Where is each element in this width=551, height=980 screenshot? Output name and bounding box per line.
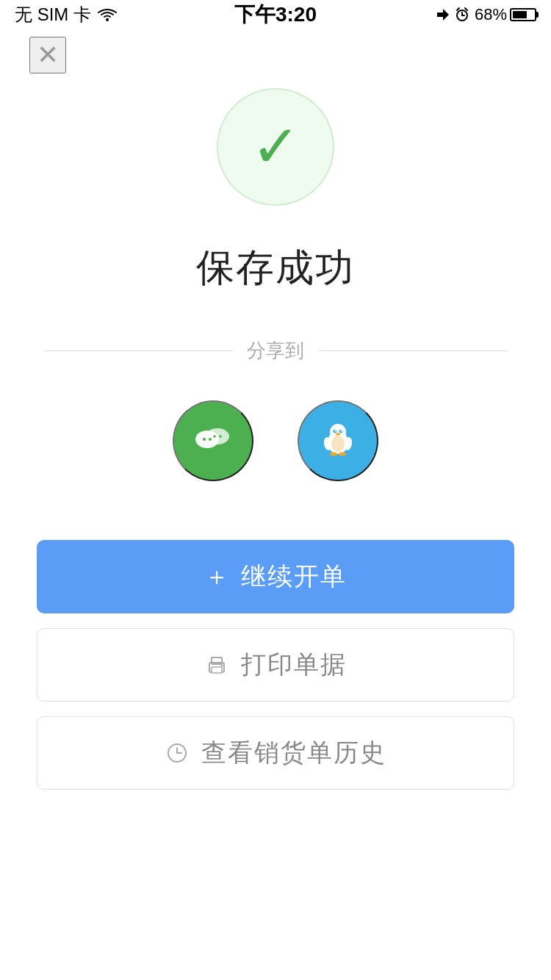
svg-point-7 (209, 438, 212, 441)
close-icon: ✕ (37, 42, 59, 68)
close-button[interactable]: ✕ (29, 37, 66, 73)
status-left: 无 SIM 卡 (15, 3, 118, 26)
location-icon (436, 8, 450, 21)
svg-point-0 (106, 18, 109, 21)
battery-body (510, 8, 536, 21)
action-buttons: ＋ 继续开单 打印单据 查看销货单历史 (0, 540, 551, 790)
history-label: 查看销货单历史 (201, 736, 386, 770)
svg-point-14 (335, 430, 336, 431)
print-icon (204, 652, 229, 677)
battery: 68% (475, 5, 536, 24)
continue-label: 继续开单 (241, 560, 347, 594)
svg-point-19 (339, 453, 346, 456)
divider-line-left (44, 350, 232, 351)
wifi-icon (97, 7, 118, 22)
success-circle: ✓ (217, 88, 334, 206)
share-divider: 分享到 (0, 338, 551, 364)
svg-point-8 (213, 435, 216, 438)
history-button[interactable]: 查看销货单历史 (37, 716, 514, 790)
svg-point-16 (336, 433, 340, 436)
plus-icon: ＋ (204, 560, 229, 594)
battery-fill (513, 11, 527, 18)
svg-point-5 (206, 428, 229, 444)
divider-line-right (319, 350, 507, 351)
svg-point-17 (331, 436, 345, 452)
share-label: 分享到 (247, 338, 304, 364)
svg-rect-24 (212, 667, 222, 673)
print-label: 打印单据 (241, 648, 347, 682)
status-right: 68% (436, 5, 536, 24)
success-title: 保存成功 (196, 242, 355, 294)
main-content: ✓ 保存成功 分享到 (0, 29, 551, 790)
clock-icon (165, 741, 190, 765)
svg-point-25 (221, 665, 223, 667)
svg-point-15 (341, 430, 342, 431)
status-time: 下午3:20 (234, 1, 317, 29)
svg-point-18 (330, 453, 337, 456)
battery-percent: 68% (475, 5, 507, 24)
wechat-icon (190, 417, 237, 464)
checkmark-icon: ✓ (251, 118, 300, 176)
print-button[interactable]: 打印单据 (37, 628, 514, 702)
alarm-icon (454, 7, 470, 23)
qq-icon (314, 417, 361, 464)
status-bar: 无 SIM 卡 下午3:20 68% (0, 0, 551, 29)
sim-text: 无 SIM 卡 (15, 3, 91, 26)
svg-point-6 (203, 438, 206, 441)
svg-point-9 (219, 435, 222, 438)
qq-share-button[interactable] (298, 400, 378, 481)
share-icons (173, 400, 378, 481)
continue-button[interactable]: ＋ 继续开单 (37, 540, 514, 613)
wechat-share-button[interactable] (173, 400, 253, 481)
